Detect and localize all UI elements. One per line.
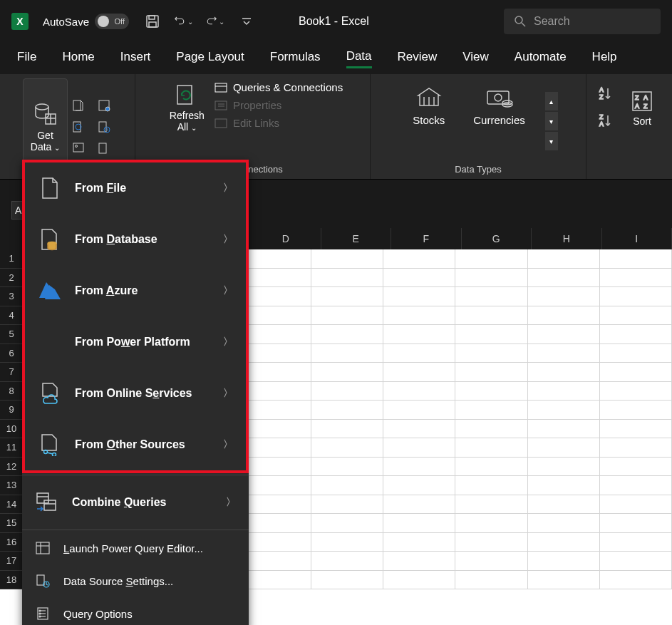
cell[interactable] xyxy=(528,458,600,476)
cell[interactable] xyxy=(383,401,455,419)
cell[interactable] xyxy=(383,495,455,514)
cell[interactable] xyxy=(455,533,527,552)
cell[interactable] xyxy=(311,495,383,514)
row-header[interactable]: 18 xyxy=(0,571,23,590)
cell[interactable] xyxy=(239,458,311,476)
cell[interactable] xyxy=(311,438,383,457)
cell[interactable] xyxy=(600,382,672,401)
scroll-down-button[interactable]: ▾ xyxy=(545,112,558,130)
cell[interactable] xyxy=(455,287,527,306)
cell[interactable] xyxy=(383,571,455,589)
menu-from-file[interactable]: From File 〉 xyxy=(25,162,246,214)
cell[interactable] xyxy=(383,420,455,438)
tab-review[interactable]: Review xyxy=(398,50,438,67)
currencies-data-type[interactable]: Currencies xyxy=(473,86,525,157)
cell[interactable] xyxy=(239,401,311,419)
cell[interactable] xyxy=(239,420,311,438)
cell[interactable] xyxy=(600,401,672,419)
cell[interactable] xyxy=(455,514,527,532)
cell[interactable] xyxy=(311,401,383,419)
cell[interactable] xyxy=(455,571,527,589)
menu-data-source-settings[interactable]: Data Source Settings... xyxy=(22,564,249,597)
cell[interactable] xyxy=(383,325,455,344)
tab-view[interactable]: View xyxy=(462,50,489,67)
cell[interactable] xyxy=(455,438,527,457)
from-picture-icon[interactable] xyxy=(71,140,86,156)
row-header[interactable]: 10 xyxy=(0,420,23,439)
row-header[interactable]: 12 xyxy=(0,458,23,477)
tab-file[interactable]: File xyxy=(17,50,36,67)
customize-qat-icon[interactable] xyxy=(237,12,256,31)
cell[interactable] xyxy=(600,420,672,438)
cell[interactable] xyxy=(239,571,311,589)
cell[interactable] xyxy=(455,458,527,476)
tab-insert[interactable]: Insert xyxy=(120,50,151,67)
cell[interactable] xyxy=(383,344,455,363)
cell[interactable] xyxy=(239,249,311,268)
cell[interactable] xyxy=(600,495,672,514)
row-header[interactable]: 15 xyxy=(0,514,23,533)
cell[interactable] xyxy=(600,269,672,287)
cell[interactable] xyxy=(528,249,600,268)
cell[interactable] xyxy=(528,325,600,344)
cell[interactable] xyxy=(383,458,455,476)
sort-desc-button[interactable]: ZA xyxy=(598,113,614,131)
tab-page-layout[interactable]: Page Layout xyxy=(176,50,244,67)
cell[interactable] xyxy=(383,514,455,532)
cell[interactable] xyxy=(239,514,311,532)
cell[interactable] xyxy=(528,363,600,381)
cell[interactable] xyxy=(528,571,600,589)
tab-help[interactable]: Help xyxy=(592,50,617,67)
column-header[interactable]: G xyxy=(462,228,532,249)
cell[interactable] xyxy=(528,533,600,552)
cell[interactable] xyxy=(600,514,672,532)
cell[interactable] xyxy=(311,552,383,570)
cell[interactable] xyxy=(239,438,311,457)
cell[interactable] xyxy=(383,533,455,552)
menu-from-online-services[interactable]: From Online Services 〉 xyxy=(25,368,246,419)
cell[interactable] xyxy=(311,458,383,476)
cell[interactable] xyxy=(455,420,527,438)
cell[interactable] xyxy=(600,458,672,476)
cell[interactable] xyxy=(383,269,455,287)
tab-home[interactable]: Home xyxy=(62,50,94,67)
menu-from-power-platform[interactable]: From Power Platform 〉 xyxy=(25,316,246,368)
column-header[interactable]: D xyxy=(251,228,321,249)
stocks-data-type[interactable]: Stocks xyxy=(413,86,445,157)
cell[interactable] xyxy=(600,287,672,306)
queries-connections-button[interactable]: Queries & Connections xyxy=(214,81,343,93)
menu-combine-queries[interactable]: Combine Queries 〉 xyxy=(22,477,249,528)
row-header[interactable]: 8 xyxy=(0,382,23,401)
cell[interactable] xyxy=(528,420,600,438)
row-header[interactable]: 5 xyxy=(0,325,23,344)
cell[interactable] xyxy=(600,249,672,268)
cell[interactable] xyxy=(239,552,311,570)
menu-launch-power-query[interactable]: Launch Power Query Editor... xyxy=(22,532,249,564)
cell[interactable] xyxy=(528,438,600,457)
scroll-expand-button[interactable]: ▾ xyxy=(545,132,558,150)
column-header[interactable]: E xyxy=(321,228,392,249)
cell[interactable] xyxy=(455,306,527,325)
tab-formulas[interactable]: Formulas xyxy=(270,50,321,67)
cell[interactable] xyxy=(311,269,383,287)
row-header[interactable]: 14 xyxy=(0,495,23,515)
row-header[interactable]: 9 xyxy=(0,401,23,420)
cell[interactable] xyxy=(528,476,600,495)
cell[interactable] xyxy=(311,325,383,344)
menu-from-azure[interactable]: From Azure 〉 xyxy=(25,265,246,316)
recent-sources-icon[interactable] xyxy=(96,119,112,135)
cell[interactable] xyxy=(600,325,672,344)
cell[interactable] xyxy=(528,382,600,401)
cell[interactable] xyxy=(600,306,672,325)
cell[interactable] xyxy=(528,514,600,532)
cell[interactable] xyxy=(528,552,600,570)
cell[interactable] xyxy=(528,269,600,287)
cell[interactable] xyxy=(311,306,383,325)
from-web-icon[interactable] xyxy=(96,98,112,113)
cell[interactable] xyxy=(455,495,527,514)
existing-connections-icon[interactable] xyxy=(96,140,112,156)
cell[interactable] xyxy=(311,382,383,401)
cell[interactable] xyxy=(455,382,527,401)
cell[interactable] xyxy=(528,306,600,325)
cell[interactable] xyxy=(311,287,383,306)
